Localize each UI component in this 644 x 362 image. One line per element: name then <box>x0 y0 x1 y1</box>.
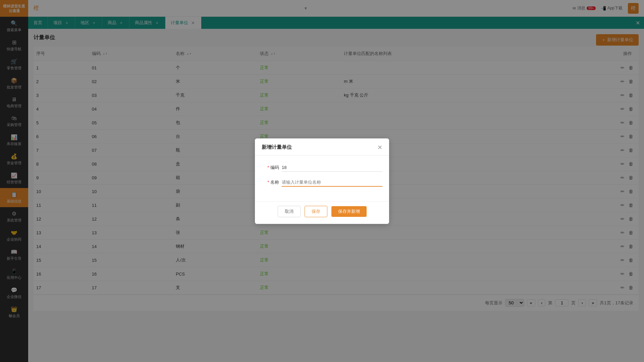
modal-header: 新增计量单位 ✕ <box>255 138 389 156</box>
code-input[interactable] <box>282 164 382 172</box>
code-field-row: 编码 <box>262 164 382 172</box>
modal-overlay: 新增计量单位 ✕ 编码 名称 取消 保存 保存并新增 <box>0 0 644 362</box>
modal-close-button[interactable]: ✕ <box>377 144 382 151</box>
save-and-new-button[interactable]: 保存并新增 <box>331 206 367 217</box>
modal-footer: 取消 保存 保存并新增 <box>255 201 389 224</box>
modal-title: 新增计量单位 <box>262 144 292 150</box>
save-button[interactable]: 保存 <box>305 206 327 217</box>
cancel-button[interactable]: 取消 <box>278 206 301 217</box>
name-label: 名称 <box>262 179 282 185</box>
code-label: 编码 <box>262 165 282 171</box>
name-field-row: 名称 <box>262 178 382 187</box>
modal-body: 编码 名称 <box>255 156 389 201</box>
add-unit-modal: 新增计量单位 ✕ 编码 名称 取消 保存 保存并新增 <box>255 138 389 224</box>
name-input[interactable] <box>282 178 382 187</box>
